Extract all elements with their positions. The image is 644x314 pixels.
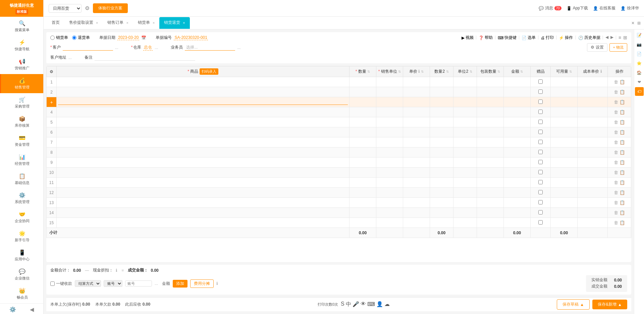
- delete-icon[interactable]: 🗑: [614, 110, 618, 115]
- unit2-sort-icon[interactable]: ⇅: [470, 70, 472, 73]
- gift-cell-h[interactable]: [531, 97, 551, 107]
- toolbar-history-btn[interactable]: 🕐 历史单据: [578, 35, 600, 41]
- experience-btn[interactable]: 体验行业方案: [93, 3, 128, 13]
- copy-icon[interactable]: 📋: [620, 200, 625, 205]
- sidebar-item-basic[interactable]: 📋 基础信息: [0, 170, 43, 189]
- copy-icon[interactable]: 📋: [620, 190, 625, 195]
- qty2-sort-icon[interactable]: ⇅: [446, 70, 449, 73]
- rs-heart-btn[interactable]: ❤: [635, 78, 644, 86]
- account-picker-btn[interactable]: ...: [155, 281, 158, 286]
- person-icon[interactable]: 👤: [376, 301, 383, 308]
- copy-icon[interactable]: 📋: [620, 110, 625, 115]
- tab-sales-order[interactable]: 销售订单 ×: [103, 17, 133, 29]
- amount-cell-h[interactable]: [504, 97, 531, 107]
- qty2-cell-h[interactable]: [430, 97, 453, 107]
- qty-cell-1[interactable]: [350, 77, 376, 87]
- sidebar-item-apps[interactable]: 📱 应用中心: [0, 246, 43, 265]
- copy-icon[interactable]: 📋: [620, 140, 625, 145]
- mic-icon[interactable]: 🎤: [353, 301, 359, 308]
- product-cell-1[interactable]: [57, 77, 350, 87]
- user-avatar[interactable]: 👤 徐泽华: [621, 5, 639, 11]
- delete-icon[interactable]: 🗑: [614, 130, 618, 135]
- calendar-icon[interactable]: 📅: [141, 36, 146, 40]
- keyboard-bottom-icon[interactable]: ⌨: [367, 301, 375, 308]
- gift-cell-1[interactable]: [531, 77, 551, 87]
- topbar-gear-icon[interactable]: ⚙: [85, 5, 90, 11]
- fenjie-btn[interactable]: 费用分摊: [190, 279, 214, 288]
- tab-price-setup-close[interactable]: ×: [96, 21, 98, 25]
- delete-row-h-icon[interactable]: 🗑: [614, 100, 618, 105]
- delete-row-2-icon[interactable]: 🗑: [614, 89, 618, 95]
- delete-icon[interactable]: 🗑: [614, 120, 618, 125]
- add-row-btn[interactable]: +: [49, 99, 55, 105]
- unit-cell-h[interactable]: [376, 97, 403, 107]
- delete-icon[interactable]: 🗑: [614, 170, 618, 175]
- rs-home-btn[interactable]: 🏠: [635, 68, 644, 77]
- save-draft-btn[interactable]: 保存草稿 ▲: [557, 299, 590, 310]
- prev-doc-icon[interactable]: ◀: [605, 35, 608, 41]
- tab-home[interactable]: 首页: [47, 17, 64, 29]
- delete-icon[interactable]: 🗑: [614, 190, 618, 195]
- rs-tag-btn[interactable]: 🏷: [635, 87, 644, 96]
- sidebar-item-enterprise[interactable]: 🤝 企业协同: [0, 208, 43, 227]
- sidebar-item-wechat[interactable]: 💬 企业微信: [0, 265, 43, 284]
- view-grid-icon[interactable]: ⊞: [623, 35, 627, 41]
- sidebar-item-sales[interactable]: 💰 销售管理: [0, 74, 43, 93]
- next-doc-icon[interactable]: ▶: [610, 35, 613, 41]
- account-select[interactable]: 账号: [104, 280, 122, 287]
- settle-method-select[interactable]: 结算方式: [75, 280, 101, 287]
- copy-icon[interactable]: 📋: [620, 160, 625, 165]
- toolbar-video-btn[interactable]: ▶ 视频: [462, 35, 474, 41]
- fenjie-info-icon[interactable]: ℹ: [216, 281, 218, 286]
- amount-cell-2[interactable]: [504, 87, 531, 97]
- delete-icon[interactable]: 🗑: [614, 180, 618, 185]
- sidebar-item-inventory[interactable]: 📦 库存核算: [0, 112, 43, 131]
- copy-icon[interactable]: 📋: [620, 220, 625, 225]
- delete-icon[interactable]: 🗑: [614, 200, 618, 205]
- rs-doc-btn[interactable]: 📄: [635, 50, 644, 58]
- amount-sort-icon[interactable]: ⇅: [520, 70, 523, 73]
- gift-checkbox-1[interactable]: [538, 79, 543, 84]
- unit2-cell-2[interactable]: [453, 87, 477, 97]
- app-download-btn[interactable]: 📱 App下载: [567, 5, 588, 11]
- collapse-icon[interactable]: ◀: [30, 306, 34, 313]
- cloud-icon[interactable]: ☁: [384, 301, 390, 308]
- sidebar-item-finance[interactable]: 💳 资金管理: [0, 131, 43, 150]
- toolbar-operation-btn[interactable]: ⚡ 操作: [559, 35, 573, 41]
- toolbar-shortcut-btn[interactable]: ⌨ 快捷键: [498, 35, 517, 41]
- sidebar-item-purchase[interactable]: 🛒 采购管理: [0, 93, 43, 112]
- copy-row-2-icon[interactable]: 📋: [620, 89, 625, 95]
- sidebar-item-operation[interactable]: 📊 经营管理: [0, 150, 43, 170]
- address-picker-btn[interactable]: ...: [68, 55, 72, 60]
- copy-icon[interactable]: 📋: [620, 150, 625, 155]
- qty2-cell-1[interactable]: [430, 77, 453, 87]
- unit-sort-icon[interactable]: ⇅: [398, 70, 401, 73]
- price-cell-h[interactable]: [403, 97, 430, 107]
- salesperson-picker-btn[interactable]: ...: [237, 45, 240, 50]
- barcode-scan-btn[interactable]: 扫码录入: [200, 68, 218, 75]
- delete-row-1-icon[interactable]: 🗑: [614, 79, 618, 84]
- save-new-btn[interactable]: 保存&新增 ▲: [592, 300, 627, 309]
- account-input[interactable]: [125, 280, 152, 287]
- sidebar-item-member[interactable]: 👑 畅会员: [0, 284, 43, 303]
- one-key-payment-checkbox[interactable]: 一键收款: [50, 281, 72, 287]
- cost-cell-h[interactable]: [578, 97, 608, 107]
- qty2-cell-2[interactable]: [430, 87, 453, 97]
- add-payment-btn[interactable]: 添加: [173, 280, 187, 288]
- tab-price-setup[interactable]: 售价提取设置 ×: [64, 17, 103, 29]
- product-input-h[interactable]: [58, 99, 348, 105]
- delete-icon[interactable]: 🗑: [614, 210, 618, 215]
- delete-icon[interactable]: 🗑: [614, 220, 618, 225]
- sidebar-item-system[interactable]: ⚙️ 系统管理: [0, 189, 43, 208]
- pack-sort-icon[interactable]: ⇅: [497, 70, 500, 73]
- price-cell-1[interactable]: [403, 77, 430, 87]
- tab-expand-icon[interactable]: ⊞: [637, 21, 641, 25]
- pack-cell-2[interactable]: [477, 87, 504, 97]
- tab-sales-return-close[interactable]: ×: [183, 21, 185, 25]
- toolbar-print-btn[interactable]: 🖨 打印: [541, 35, 554, 41]
- qty-cell-2[interactable]: [350, 87, 376, 97]
- tab-close-all-icon[interactable]: ✕: [631, 21, 635, 25]
- remark-input[interactable]: [95, 54, 195, 61]
- col-settings-icon[interactable]: ⚙: [50, 69, 53, 74]
- gift-checkbox-2[interactable]: [538, 89, 543, 94]
